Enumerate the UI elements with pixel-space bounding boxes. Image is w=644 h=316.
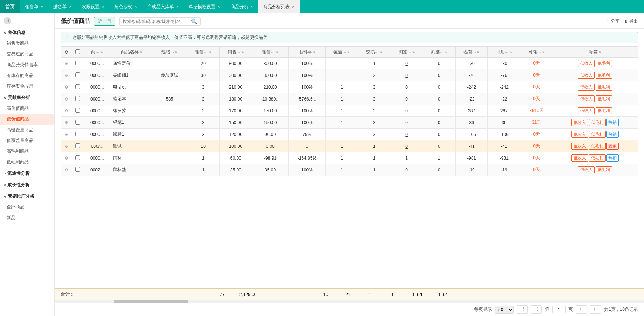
td-view1[interactable]: 0 [390, 117, 423, 129]
row-checkbox[interactable] [75, 132, 80, 136]
sidebar-item-high-value[interactable]: 高价值商品 [0, 103, 54, 114]
sidebar-item-low-value[interactable]: 低价值商品 [0, 114, 54, 125]
row-checkbox[interactable] [75, 72, 80, 77]
td-gear[interactable]: ⚙ [61, 93, 72, 105]
nav-permission-settings[interactable]: 权限设置 × [77, 0, 109, 13]
share-button[interactable]: ⤴ 分享 [607, 18, 620, 24]
search-icon[interactable]: 🔍 [191, 18, 197, 24]
td-gear[interactable]: ⚙ [61, 69, 72, 81]
td-checkbox[interactable] [72, 140, 83, 152]
td-sales1: 1 [187, 152, 219, 164]
tag: 低收入 [578, 72, 595, 79]
row-checkbox[interactable] [75, 143, 80, 148]
sidebar-item-high-coverage[interactable]: 高覆盖量商品 [0, 125, 54, 135]
next-page-button[interactable]: 〉 [576, 305, 587, 314]
tag: 低毛利 [596, 166, 612, 173]
td-checkbox[interactable] [72, 58, 83, 69]
row-checkbox[interactable] [75, 96, 80, 101]
filter-recent-month-button[interactable]: 近一月 [94, 17, 115, 26]
td-view1[interactable]: 0 [390, 93, 423, 105]
close-icon[interactable]: × [176, 4, 178, 9]
td-gear[interactable]: ⚙ [61, 105, 72, 117]
td-gear[interactable]: ⚙ [61, 164, 72, 176]
search-input[interactable] [123, 19, 191, 24]
sidebar-group-marketing[interactable]: ∨ 营销推广分析 [0, 190, 54, 202]
td-available: 36 [488, 117, 520, 129]
td-checkbox[interactable] [72, 117, 83, 129]
td-gear[interactable]: ⚙ [61, 117, 72, 129]
last-page-button[interactable]: 》 [590, 305, 601, 314]
td-view1[interactable]: 0 [390, 140, 423, 152]
td-sales1: 30 [187, 69, 219, 81]
th-checkbox[interactable] [72, 47, 83, 58]
td-view1[interactable]: 0 [390, 81, 423, 93]
td-gear[interactable]: ⚙ [61, 140, 72, 152]
td-view1[interactable]: 0 [390, 58, 423, 69]
nav-product-inbound[interactable]: 产成品入库单 × [142, 0, 184, 13]
sidebar-item-category-sales-rate[interactable]: 商品分类销售率 [0, 60, 54, 70]
close-icon[interactable]: × [218, 4, 220, 9]
export-button[interactable]: ⬇ 导出 [624, 18, 638, 24]
row-checkbox[interactable] [75, 155, 80, 160]
td-checkbox[interactable] [72, 152, 83, 164]
td-checkbox[interactable] [72, 129, 83, 140]
close-icon[interactable]: × [69, 4, 71, 9]
close-icon[interactable]: × [102, 4, 104, 9]
sidebar-item-stocked-goods[interactable]: 有库存的商品 [0, 70, 54, 81]
td-view1[interactable]: 1 [390, 152, 423, 164]
sidebar-item-new-goods[interactable]: 新品 [0, 213, 54, 223]
row-checkbox[interactable] [75, 84, 80, 89]
row-checkbox[interactable] [75, 167, 80, 172]
page-number-input[interactable] [552, 306, 566, 313]
td-view1[interactable]: 0 [390, 164, 423, 176]
sidebar-item-low-margin[interactable]: 低毛利商品 [0, 157, 54, 167]
close-icon[interactable]: × [251, 4, 253, 9]
th-gear[interactable]: ⚙ [61, 47, 72, 58]
sidebar-item-sales-goods[interactable]: 销售类商品 [0, 38, 54, 49]
first-page-button[interactable]: 《 [517, 305, 528, 314]
nav-product-analysis[interactable]: 商品分析 × [225, 0, 258, 13]
td-view1[interactable]: 0 [390, 69, 423, 81]
nav-purchase-order[interactable]: 进货单 × [48, 0, 76, 13]
td-checkbox[interactable] [72, 93, 83, 105]
close-icon[interactable]: × [134, 4, 137, 9]
sidebar-collapse-button[interactable]: 《 [4, 17, 11, 24]
td-checkbox[interactable] [72, 164, 83, 176]
sidebar-group-contribution[interactable]: ∨ 贡献率分析 [0, 92, 54, 103]
td-gear[interactable]: ⚙ [61, 152, 72, 164]
row-checkbox[interactable] [75, 108, 80, 113]
nav-sales-order[interactable]: 销售单 × [20, 0, 48, 13]
nav-receipt-template[interactable]: 单据模板设置 × [184, 0, 225, 13]
sidebar-item-traded-goods[interactable]: 交易过的商品 [0, 49, 54, 60]
select-all-checkbox[interactable] [75, 49, 80, 54]
row-checkbox[interactable] [75, 120, 80, 125]
horizontal-scrollbar[interactable] [55, 300, 644, 303]
table-area[interactable]: ⚙ 商...⇅ 商品名称⇅ 规格...⇅ 销售...⇅ 销售...⇅ 销售...… [55, 46, 644, 288]
sidebar-item-low-coverage[interactable]: 低覆盖量商品 [0, 135, 54, 146]
td-gear[interactable]: ⚙ [61, 129, 72, 140]
nav-home[interactable]: 首页 [0, 0, 20, 13]
nav-product-analysis-list[interactable]: 商品分析列表 × [258, 0, 299, 13]
per-page-select[interactable]: 50 20 100 [495, 306, 514, 314]
td-gear[interactable]: ⚙ [61, 58, 72, 69]
close-icon[interactable]: × [292, 4, 294, 9]
sidebar-group-overall[interactable]: ∨ 整体信息 [0, 27, 54, 38]
sidebar-group-growth[interactable]: > 成长性分析 [0, 179, 54, 190]
td-checkbox[interactable] [72, 81, 83, 93]
sidebar-item-inventory-capital[interactable]: 库存资金占用 [0, 81, 54, 92]
close-icon[interactable]: × [41, 4, 43, 9]
prev-page-button[interactable]: 〈 [531, 305, 542, 314]
row-checkbox[interactable] [75, 61, 80, 65]
td-checkbox[interactable] [72, 69, 83, 81]
td-view1[interactable]: 0 [390, 105, 423, 117]
td-sales1: 3 [187, 117, 219, 129]
td-gear[interactable]: ⚙ [61, 81, 72, 93]
sidebar-item-all-goods[interactable]: 全部商品 [0, 202, 54, 213]
sidebar-item-high-margin[interactable]: 高毛利商品 [0, 146, 54, 157]
td-checkbox[interactable] [72, 105, 83, 117]
sidebar-group-liquidity[interactable]: > 流通性分析 [0, 167, 54, 179]
td-view1[interactable]: 0 [390, 129, 423, 140]
export-icon: ⬇ [624, 19, 628, 24]
nav-role-auth[interactable]: 角色授权 × [109, 0, 142, 13]
td-sales1: 3 [187, 93, 219, 105]
